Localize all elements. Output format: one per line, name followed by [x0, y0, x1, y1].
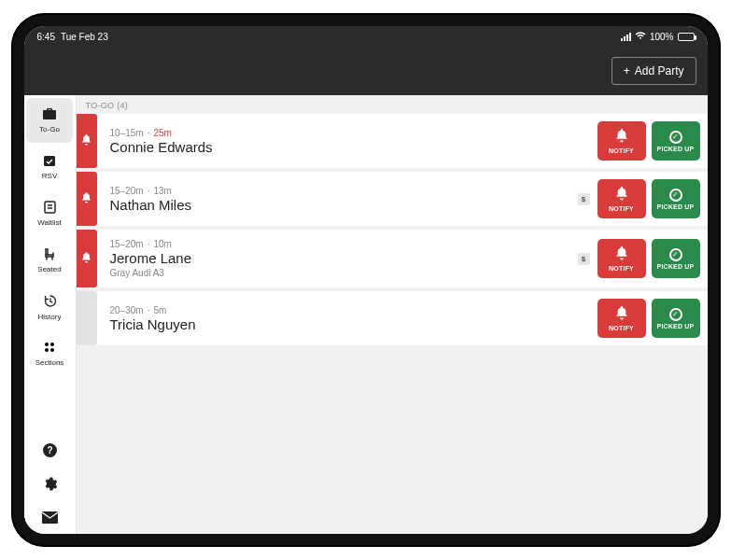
row-elapsed: 5m [153, 305, 166, 315]
picked-up-label: PICKED UP [657, 146, 695, 152]
plus-icon: + [624, 64, 630, 77]
main-list[interactable]: TO-GO (4) 10–15m·25mConnie EdwardsNOTIFY… [77, 95, 708, 534]
notify-label: NOTIFY [609, 265, 634, 272]
svg-point-7 [50, 348, 54, 352]
gear-icon [42, 476, 58, 492]
bell-icon [615, 187, 628, 203]
row-customer-name: Connie Edwards [110, 139, 586, 155]
bell-icon [615, 246, 628, 263]
row-actions: NOTIFY✓PICKED UP [597, 291, 708, 345]
clock-back-icon [43, 294, 57, 310]
row-status-alert [77, 172, 97, 226]
row-meta: 15–20m·13m [110, 186, 567, 196]
sidebar-item-label: To-Go [39, 125, 60, 133]
bell-icon [81, 252, 91, 266]
help-icon: ? [42, 442, 58, 458]
notify-button[interactable]: NOTIFY [597, 121, 646, 161]
notify-label: NOTIFY [609, 205, 634, 212]
row-customer-name: Jerome Lane [110, 250, 567, 266]
sidebar-item-label: Seated [37, 265, 61, 273]
chair-icon [43, 247, 56, 262]
svg-rect-1 [45, 202, 55, 213]
row-meta: 20–30m·5m [110, 305, 586, 315]
row-info: 10–15m·25mConnie Edwards [97, 114, 597, 168]
row-actions: $NOTIFY✓PICKED UP [578, 172, 708, 226]
status-time: 6:45 [37, 32, 55, 42]
sidebar-item-label: Waitlist [37, 218, 61, 227]
svg-point-6 [45, 348, 49, 352]
paid-badge: $ [578, 253, 590, 265]
row-info: 15–20m·13mNathan Miles [97, 172, 578, 226]
row-meta: 15–20m·10m [110, 239, 567, 249]
sidebar-item-seated[interactable]: Seated [26, 238, 73, 283]
add-party-button[interactable]: + Add Party [612, 57, 696, 85]
cellular-signal-icon [621, 33, 631, 41]
row-status-blank [77, 291, 97, 345]
picked-up-label: PICKED UP [657, 323, 695, 329]
sidebar-item-rsv[interactable]: RSV [26, 145, 73, 189]
check-circle-icon: ✓ [669, 308, 682, 321]
status-bar: 6:45 Tue Feb 23 100% [24, 26, 708, 47]
sidebar-item-label: RSV [42, 172, 57, 180]
notify-button[interactable]: NOTIFY [597, 239, 646, 278]
list-icon [44, 201, 56, 216]
row-customer-name: Nathan Miles [110, 197, 567, 213]
check-circle-icon: ✓ [669, 248, 682, 261]
row-info: 20–30m·5mTricia Nguyen [97, 291, 597, 345]
wifi-icon [635, 31, 646, 42]
row-elapsed: 13m [153, 186, 171, 196]
check-circle-icon: ✓ [669, 189, 682, 202]
order-row[interactable]: 20–30m·5mTricia NguyenNOTIFY✓PICKED UP [77, 291, 708, 345]
app-top-bar: + Add Party [24, 47, 708, 95]
svg-rect-0 [44, 156, 55, 166]
svg-point-4 [45, 343, 49, 346]
row-quote: 10–15m [110, 128, 144, 138]
battery-percent: 100% [650, 32, 674, 42]
row-elapsed: 25m [153, 128, 171, 138]
bell-icon [81, 134, 91, 148]
sidebar-item-history[interactable]: History [26, 285, 73, 329]
settings-button[interactable] [26, 467, 73, 500]
svg-text:?: ? [47, 445, 52, 455]
tablet-frame: 6:45 Tue Feb 23 100% + Add Party [11, 13, 721, 547]
sidebar-item-waitlist[interactable]: Waitlist [26, 191, 73, 236]
order-row[interactable]: 10–15m·25mConnie EdwardsNOTIFY✓PICKED UP [77, 114, 708, 168]
order-row[interactable]: 15–20m·10mJerome LaneGray Audi A3$NOTIFY… [77, 230, 708, 287]
order-row[interactable]: 15–20m·13mNathan Miles$NOTIFY✓PICKED UP [77, 172, 708, 226]
row-status-alert [77, 230, 97, 287]
bell-icon [81, 192, 91, 206]
section-header: TO-GO (4) [77, 95, 708, 114]
sidebar-item-togo[interactable]: To-Go [26, 98, 73, 143]
bell-icon [615, 306, 628, 323]
help-button[interactable]: ? [26, 433, 73, 467]
row-meta: 10–15m·25m [110, 128, 586, 138]
add-party-label: Add Party [635, 64, 684, 77]
row-note: Gray Audi A3 [110, 268, 567, 278]
sidebar-item-label: History [38, 313, 62, 321]
row-elapsed: 10m [153, 239, 171, 249]
notify-button[interactable]: NOTIFY [597, 179, 646, 218]
picked-up-button[interactable]: ✓PICKED UP [652, 239, 700, 278]
row-quote: 15–20m [110, 186, 144, 196]
dots-icon [43, 341, 56, 356]
notify-button[interactable]: NOTIFY [597, 299, 646, 338]
briefcase-icon [42, 107, 57, 122]
screen: 6:45 Tue Feb 23 100% + Add Party [24, 26, 708, 534]
sidebar: To-Go RSV Waitlist [24, 95, 77, 534]
notify-label: NOTIFY [609, 325, 634, 331]
picked-up-label: PICKED UP [657, 263, 695, 270]
picked-up-button[interactable]: ✓PICKED UP [652, 179, 700, 218]
picked-up-label: PICKED UP [657, 203, 695, 210]
sidebar-item-sections[interactable]: Sections [26, 331, 73, 376]
row-customer-name: Tricia Nguyen [110, 316, 586, 332]
svg-point-5 [50, 343, 54, 346]
picked-up-button[interactable]: ✓PICKED UP [652, 299, 700, 338]
messages-button[interactable] [26, 500, 73, 534]
paid-badge: $ [578, 193, 590, 205]
status-date: Tue Feb 23 [61, 32, 108, 42]
picked-up-button[interactable]: ✓PICKED UP [652, 121, 700, 161]
row-quote: 15–20m [110, 239, 144, 249]
row-status-alert [77, 114, 97, 168]
sidebar-item-label: Sections [35, 358, 64, 367]
row-info: 15–20m·10mJerome LaneGray Audi A3 [97, 230, 578, 287]
